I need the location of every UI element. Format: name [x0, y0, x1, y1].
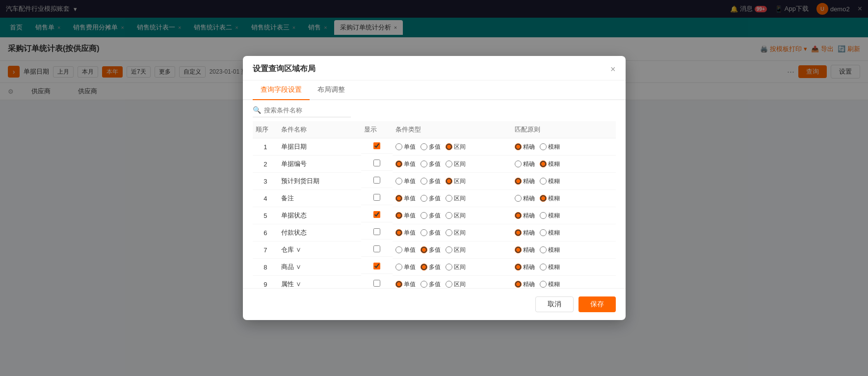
modal-tab-bar: 查询字段设置 布局调整 — [243, 81, 626, 100]
modal-header: 设置查询区域布局 × — [243, 56, 626, 81]
modal-tab-fields-label: 查询字段设置 — [261, 85, 302, 93]
modal-tab-fields[interactable]: 查询字段设置 — [253, 81, 310, 100]
modal-dialog: 设置查询区域布局 × 查询字段设置 布局调整 🔍 顺序 条件名称 显示 条件类型… — [243, 56, 626, 100]
modal-title: 设置查询区域布局 — [253, 64, 316, 74]
modal-close-button[interactable]: × — [610, 65, 616, 74]
modal-tab-layout[interactable]: 布局调整 — [310, 81, 353, 100]
modal-tab-layout-label: 布局调整 — [317, 85, 345, 93]
